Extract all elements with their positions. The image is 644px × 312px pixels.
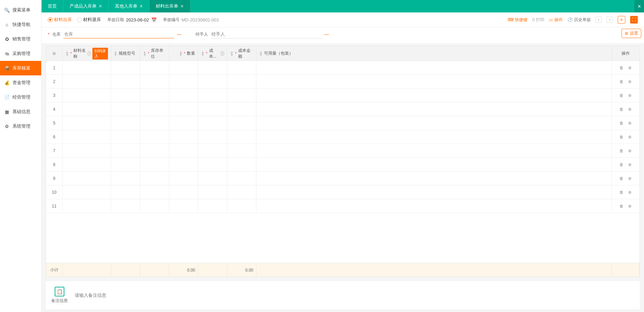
- delete-row-button[interactable]: 🗑: [619, 120, 624, 126]
- cell-spec[interactable]: [111, 116, 140, 130]
- delete-row-button[interactable]: 🗑: [619, 203, 624, 209]
- table-row[interactable]: 5 🗑 ⊕: [46, 116, 640, 130]
- handler-more-button[interactable]: ⋯: [324, 32, 329, 37]
- delete-row-button[interactable]: 🗑: [619, 176, 624, 181]
- cell-cost[interactable]: [198, 185, 227, 199]
- cell-spec[interactable]: [111, 158, 140, 171]
- cell-amount[interactable]: [227, 102, 256, 116]
- operate-button[interactable]: ⚏ 操作: [549, 17, 563, 23]
- add-row-button[interactable]: ⊕: [627, 176, 633, 181]
- add-row-button[interactable]: ⊕: [627, 148, 633, 154]
- delete-row-button[interactable]: 🗑: [619, 107, 624, 112]
- cell-cost[interactable]: [198, 61, 227, 74]
- header-material-name[interactable]: ▲▼ * 材料名称 ? 扫码录入: [63, 46, 111, 61]
- warehouse-more-button[interactable]: ⋯: [177, 32, 182, 37]
- header-unit[interactable]: ▲▼ * 库存单位: [140, 46, 169, 61]
- add-row-button[interactable]: ⊕: [627, 93, 633, 98]
- cell-cost[interactable]: [198, 199, 227, 213]
- cell-name[interactable]: [63, 144, 111, 157]
- cell-name[interactable]: [63, 158, 111, 171]
- cell-cost[interactable]: [198, 144, 227, 157]
- cell-name[interactable]: [63, 102, 111, 116]
- cell-spec[interactable]: [111, 144, 140, 157]
- cell-qty[interactable]: [169, 172, 198, 185]
- table-row[interactable]: 3 🗑 ⊕: [46, 89, 640, 102]
- cell-avail[interactable]: [256, 89, 612, 102]
- table-row[interactable]: 7 🗑 ⊕: [46, 144, 640, 158]
- next-doc-button[interactable]: ›: [607, 17, 613, 23]
- cell-spec[interactable]: [111, 199, 140, 213]
- add-row-button[interactable]: ⊕: [627, 79, 633, 84]
- cell-spec[interactable]: [111, 75, 140, 88]
- table-row[interactable]: 10 🗑 ⊕: [46, 185, 640, 199]
- cell-qty[interactable]: [169, 102, 198, 116]
- hotkey-button[interactable]: ⌨ 快捷键: [508, 17, 527, 23]
- delete-row-button[interactable]: 🗑: [619, 162, 624, 167]
- cell-qty[interactable]: [169, 61, 198, 74]
- scan-input-button[interactable]: 扫码录入: [92, 48, 108, 59]
- cell-unit[interactable]: [140, 199, 169, 213]
- cell-spec[interactable]: [111, 172, 140, 185]
- sidebar-item-4[interactable]: 📦库存核算: [0, 61, 41, 75]
- tab-0[interactable]: 首页: [42, 0, 63, 12]
- add-row-button[interactable]: ⊕: [627, 134, 633, 140]
- cell-amount[interactable]: [227, 185, 256, 199]
- tab-2[interactable]: 其他入库单✕: [109, 0, 149, 12]
- sidebar-item-2[interactable]: ✪销售管理: [0, 32, 41, 46]
- cell-unit[interactable]: [140, 75, 169, 88]
- expand-button[interactable]: ⛶: [630, 16, 638, 24]
- help-icon[interactable]: ?: [220, 51, 224, 56]
- warehouse-input[interactable]: [63, 30, 174, 38]
- cell-qty[interactable]: [169, 199, 198, 213]
- cell-amount[interactable]: [227, 89, 256, 102]
- doc-type-radio-0[interactable]: 材料出库: [48, 17, 72, 23]
- cell-avail[interactable]: [256, 172, 612, 185]
- help-icon[interactable]: ?: [87, 51, 91, 56]
- delete-row-button[interactable]: 🗑: [619, 93, 624, 98]
- header-amount[interactable]: ▲▼ * 成本金额: [227, 46, 256, 61]
- add-row-button[interactable]: ⊕: [627, 120, 633, 126]
- sidebar-item-3[interactable]: 🛍采购管理: [0, 46, 41, 61]
- header-settings[interactable]: ⚙: [46, 46, 63, 61]
- cell-name[interactable]: [63, 199, 111, 213]
- table-row[interactable]: 11 🗑 ⊕: [46, 199, 640, 213]
- cell-qty[interactable]: [169, 144, 198, 157]
- remarks-input[interactable]: [75, 293, 634, 298]
- cell-unit[interactable]: [140, 172, 169, 185]
- cell-unit[interactable]: [140, 185, 169, 199]
- prev-doc-button[interactable]: ‹: [596, 17, 602, 23]
- cell-name[interactable]: [63, 89, 111, 102]
- cell-qty[interactable]: [169, 130, 198, 144]
- cell-qty[interactable]: [169, 116, 198, 130]
- sidebar-item-1[interactable]: ⌂快捷导航: [0, 17, 41, 32]
- handler-input[interactable]: [211, 30, 321, 38]
- sidebar-item-7[interactable]: ▦基础信息: [0, 104, 41, 119]
- cell-amount[interactable]: [227, 144, 256, 157]
- cell-amount[interactable]: [227, 61, 256, 74]
- cell-name[interactable]: [63, 172, 111, 185]
- cell-cost[interactable]: [198, 102, 227, 116]
- calendar-icon[interactable]: 📅: [151, 17, 157, 22]
- table-row[interactable]: 4 🗑 ⊕: [46, 102, 640, 116]
- cell-name[interactable]: [63, 61, 111, 74]
- table-row[interactable]: 1 🗑 ⊕: [46, 61, 640, 75]
- add-row-button[interactable]: ⊕: [627, 162, 633, 167]
- header-cost[interactable]: ▲▼ * 成本... ?: [198, 46, 227, 61]
- cell-amount[interactable]: [227, 199, 256, 213]
- tab-1[interactable]: 产成品入库单✕: [63, 0, 109, 12]
- cell-unit[interactable]: [140, 144, 169, 157]
- add-row-button[interactable]: ⊕: [627, 107, 633, 112]
- cell-spec[interactable]: [111, 185, 140, 199]
- cell-qty[interactable]: [169, 158, 198, 171]
- print-button[interactable]: ⎙ 打印: [532, 17, 544, 23]
- cell-avail[interactable]: [256, 130, 612, 144]
- table-row[interactable]: 2 🗑 ⊕: [46, 75, 640, 89]
- close-icon[interactable]: ✕: [139, 4, 143, 9]
- cell-cost[interactable]: [198, 130, 227, 144]
- delete-row-button[interactable]: 🗑: [619, 134, 624, 140]
- cell-amount[interactable]: [227, 158, 256, 171]
- cell-spec[interactable]: [111, 89, 140, 102]
- sidebar-item-8[interactable]: ⚙系统管理: [0, 119, 41, 134]
- cell-avail[interactable]: [256, 102, 612, 116]
- cell-name[interactable]: [63, 185, 111, 199]
